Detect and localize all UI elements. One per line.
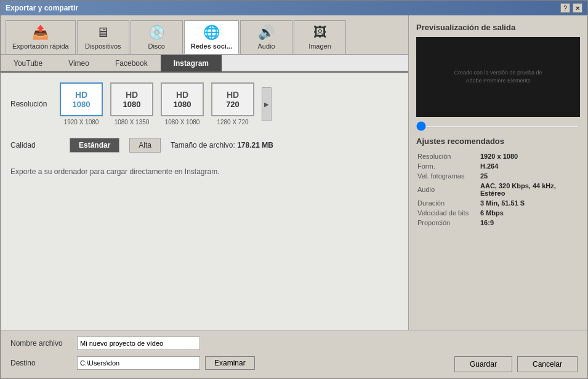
tab-redes-sociales-label: Redes soci... [191,42,232,50]
sub-tab-instagram[interactable]: Instagram [161,55,222,71]
title-bar-controls: ? ✕ [560,3,582,13]
destino-row: Destino C:\Users\don Examinar Guardar Ca… [10,354,578,372]
dispositivos-icon: 🖥 [96,25,110,41]
tab-disco[interactable]: 💿 Disco [131,20,183,54]
settings-value: 6 Mbps [480,209,579,217]
resolution-label: Resolución [10,100,60,108]
settings-row: Proporción16:9 [417,218,579,227]
resolution-row: Resolución HD 1080 1920 X 1080 HD [10,82,398,126]
settings-table: Resolución1920 x 1080Form.H.264Vel. foto… [416,151,580,228]
exportacion-rapida-icon: 📤 [32,25,49,41]
tab-imagen-label: Imagen [308,42,331,50]
quality-estandar-button[interactable]: Estándar [70,138,119,153]
settings-key: Duración [417,199,479,207]
res-card-1[interactable]: HD 1080 1080 X 1350 [110,82,153,126]
filename-label: Nombre archivo [10,339,72,348]
settings-key: Audio [417,182,479,197]
settings-title: Ajustes recomendados [416,137,580,146]
preview-title: Previsualización de salida [416,23,580,32]
settings-row: AudioAAC, 320 Kbps, 44 kHz, Estéreo [417,182,579,197]
preview-slider[interactable] [416,121,580,129]
res-card-3[interactable]: HD 720 1280 X 720 [211,82,254,126]
tab-imagen[interactable]: 🖼 Imagen [294,20,346,54]
settings-row: Duración3 Min, 51.51 S [417,199,579,207]
preview-video: Creado con la versión de prueba de Adobe… [416,37,580,117]
settings-value: 1920 x 1080 [480,152,579,161]
quality-alta-button[interactable]: Alta [129,138,161,153]
destino-path: C:\Users\don [77,356,200,370]
tab-dispositivos-label: Dispositivos [85,42,121,50]
res-card-2[interactable]: HD 1080 1080 X 1080 [161,82,204,126]
sub-tabs: YouTube Vimeo Facebook Instagram [1,55,408,73]
panel-content: Resolución HD 1080 1920 X 1080 HD [1,73,408,330]
title-bar: Exportar y compartir ? ✕ [1,1,587,15]
left-panel: 📤 Exportación rápida 🖥 Dispositivos 💿 Di… [1,15,409,330]
quality-row: Calidad Estándar Alta Tamaño de archivo:… [10,138,398,153]
settings-value: 25 [480,172,579,180]
settings-value: 3 Min, 51.51 S [480,199,579,207]
res-box-0[interactable]: HD 1080 [60,82,103,116]
dialog: Exportar y compartir ? ✕ 📤 Exportación r… [0,0,588,379]
res-label-0: 1920 X 1080 [64,119,99,126]
tab-exportacion-rapida[interactable]: 📤 Exportación rápida [6,20,76,54]
res-box-2[interactable]: HD 1080 [161,82,204,116]
main-tabs: 📤 Exportación rápida 🖥 Dispositivos 💿 Di… [1,15,408,55]
tab-audio[interactable]: 🔊 Audio [240,20,292,54]
action-buttons: Guardar Cancelar [454,356,578,372]
save-button[interactable]: Guardar [454,356,512,372]
preview-range-input[interactable] [416,125,580,127]
res-label-3: 1280 X 720 [217,119,248,126]
info-text: Exporte a su ordenador para cargar direc… [10,167,398,176]
redes-sociales-icon: 🌐 [203,25,220,41]
audio-icon: 🔊 [258,25,275,41]
tab-audio-label: Audio [257,42,275,50]
settings-row: Velocidad de bits6 Mbps [417,209,579,217]
browse-button[interactable]: Examinar [205,356,255,370]
res-label-2: 1080 X 1080 [165,119,200,126]
content-area: 📤 Exportación rápida 🖥 Dispositivos 💿 Di… [1,15,587,330]
sub-tab-facebook[interactable]: Facebook [102,55,161,71]
sub-tab-youtube[interactable]: YouTube [1,55,55,71]
help-button[interactable]: ? [560,3,570,13]
bottom-bar: Nombre archivo Destino C:\Users\don Exam… [1,330,587,378]
res-box-3[interactable]: HD 720 [211,82,254,116]
imagen-icon: 🖼 [313,25,327,41]
settings-key: Form. [417,162,479,170]
settings-row: Form.H.264 [417,162,579,170]
filename-row: Nombre archivo [10,337,578,350]
settings-value: AAC, 320 Kbps, 44 kHz, Estéreo [480,182,579,197]
preview-watermark: Creado con la versión de prueba de Adobe… [454,69,542,84]
scroll-right-arrow[interactable]: ▶ [262,87,272,121]
settings-row: Resolución1920 x 1080 [417,152,579,161]
settings-value: 16:9 [480,218,579,227]
settings-key: Proporción [417,218,479,227]
res-card-0[interactable]: HD 1080 1920 X 1080 [60,82,103,126]
sub-tab-vimeo[interactable]: Vimeo [55,55,102,71]
settings-value: H.264 [480,162,579,170]
quality-label: Calidad [10,141,60,150]
settings-key: Vel. fotogramas [417,172,479,180]
disco-icon: 💿 [148,25,165,41]
dialog-title: Exportar y compartir [6,4,78,12]
tab-exportacion-rapida-label: Exportación rápida [12,42,69,50]
tab-disco-label: Disco [148,42,165,50]
destino-label: Destino [10,359,72,367]
settings-key: Velocidad de bits [417,209,479,217]
filename-input[interactable] [77,337,200,350]
res-label-1: 1080 X 1350 [115,119,150,126]
settings-row: Vel. fotogramas25 [417,172,579,180]
settings-key: Resolución [417,152,479,161]
right-panel: Previsualización de salida Creado con la… [409,15,587,330]
cancel-button[interactable]: Cancelar [517,356,578,372]
close-button[interactable]: ✕ [573,3,582,13]
tab-dispositivos[interactable]: 🖥 Dispositivos [77,20,129,54]
file-size-label: Tamaño de archivo: 178.21 MB [171,141,273,150]
tab-redes-sociales[interactable]: 🌐 Redes soci... [184,20,239,54]
res-box-1[interactable]: HD 1080 [110,82,153,116]
resolution-options: HD 1080 1920 X 1080 HD 1080 1080 X 1350 [60,82,272,126]
